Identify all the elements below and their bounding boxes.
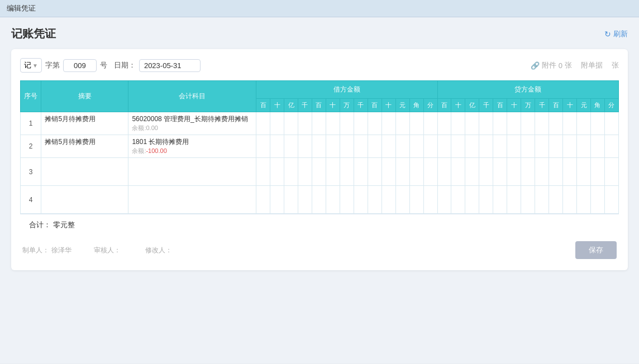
row3-summary[interactable] bbox=[41, 158, 128, 186]
row1-d9[interactable] bbox=[368, 112, 382, 135]
row2-c7[interactable] bbox=[521, 135, 535, 158]
row2-c6[interactable] bbox=[507, 135, 521, 158]
row2-d8[interactable] bbox=[354, 135, 368, 158]
row4-account[interactable] bbox=[128, 186, 256, 214]
hao-label: 号 bbox=[100, 60, 107, 70]
sub-credit-yi: 亿 bbox=[465, 99, 479, 112]
row1-d12[interactable] bbox=[409, 112, 423, 135]
creator-field: 制单人： 徐泽华 bbox=[22, 246, 71, 255]
row1-d11[interactable] bbox=[395, 112, 409, 135]
total-label: 合计： bbox=[29, 221, 51, 229]
row1-d7[interactable] bbox=[340, 112, 354, 135]
sub-credit-bai2: 百 bbox=[549, 99, 563, 112]
date-input[interactable] bbox=[139, 59, 201, 72]
sub-credit-jiao: 角 bbox=[591, 99, 605, 112]
row1-c5[interactable] bbox=[493, 112, 507, 135]
row1-c2[interactable] bbox=[451, 112, 465, 135]
sub-credit-bai: 百 bbox=[437, 99, 451, 112]
sub-credit-yuan: 元 bbox=[577, 99, 591, 112]
row2-d10[interactable] bbox=[382, 135, 395, 158]
sub-credit-fen: 分 bbox=[604, 99, 618, 112]
total-value: 零元整 bbox=[53, 221, 75, 229]
row2-d2[interactable] bbox=[270, 135, 284, 158]
row2-d7[interactable] bbox=[340, 135, 354, 158]
sub-credit-qian2: 千 bbox=[535, 99, 549, 112]
attach-single-label[interactable]: 附单据 bbox=[581, 60, 603, 70]
row2-c1[interactable] bbox=[437, 135, 451, 158]
row2-c2[interactable] bbox=[451, 135, 465, 158]
row1-c6[interactable] bbox=[507, 112, 521, 135]
row1-account-code: 56020008 管理费用_长期待摊费用摊销 bbox=[132, 114, 252, 124]
form-row: 记 ▼ 字第 号 日期： 🔗 附件 0 张 附单据 张 bbox=[20, 58, 619, 73]
sub-credit-shi1: 十 bbox=[507, 99, 521, 112]
table-body: 1 摊销5月待摊费用 56020008 管理费用_长期待摊费用摊销 余额:0.0… bbox=[21, 112, 619, 214]
creator-value: 徐泽华 bbox=[51, 246, 71, 255]
modifier-field: 修改人： bbox=[145, 246, 174, 255]
row2-c9[interactable] bbox=[549, 135, 563, 158]
prefix-select[interactable]: 记 ▼ bbox=[20, 58, 42, 73]
row1-c13[interactable] bbox=[604, 112, 618, 135]
row2-d6[interactable] bbox=[326, 135, 340, 158]
row1-account[interactable]: 56020008 管理费用_长期待摊费用摊销 余额:0.00 bbox=[128, 112, 256, 135]
row2-c3[interactable] bbox=[465, 135, 479, 158]
row4-summary[interactable] bbox=[41, 186, 128, 214]
row1-c4[interactable] bbox=[479, 112, 493, 135]
row2-d4[interactable] bbox=[298, 135, 312, 158]
sub-debit-yuan: 元 bbox=[395, 99, 409, 112]
attach-button[interactable]: 🔗 附件 0 张 bbox=[531, 60, 572, 70]
row1-summary[interactable]: 摊销5月待摊费用 bbox=[41, 112, 128, 135]
row1-c12[interactable] bbox=[591, 112, 605, 135]
row2-account[interactable]: 1801 长期待摊费用 余额:-100.00 bbox=[128, 135, 256, 158]
row1-d3[interactable] bbox=[284, 112, 298, 135]
row1-d1[interactable] bbox=[256, 112, 270, 135]
row1-c7[interactable] bbox=[521, 112, 535, 135]
date-label: 日期： bbox=[114, 60, 136, 70]
save-button[interactable]: 保存 bbox=[575, 241, 617, 259]
voucher-number-input[interactable] bbox=[63, 59, 97, 72]
row2-d12[interactable] bbox=[409, 135, 423, 158]
row1-c3[interactable] bbox=[465, 112, 479, 135]
reviewer-field: 审核人： bbox=[94, 246, 123, 255]
row2-d5[interactable] bbox=[312, 135, 326, 158]
row1-d4[interactable] bbox=[298, 112, 312, 135]
sub-debit-shi2: 十 bbox=[382, 99, 395, 112]
row1-c10[interactable] bbox=[563, 112, 577, 135]
main-content: 记账凭证 ↻ 刷新 记 ▼ 字第 号 日期： 🔗 bbox=[0, 17, 639, 363]
chevron-down-icon: ▼ bbox=[32, 63, 38, 69]
row1-d13[interactable] bbox=[423, 112, 437, 135]
row2-c11[interactable] bbox=[577, 135, 591, 158]
row1-d8[interactable] bbox=[354, 112, 368, 135]
row2-c8[interactable] bbox=[535, 135, 549, 158]
reviewer-label: 审核人： bbox=[94, 246, 121, 255]
row2-c5[interactable] bbox=[493, 135, 507, 158]
row2-account-code: 1801 长期待摊费用 bbox=[132, 137, 252, 147]
sub-debit-fen: 分 bbox=[423, 99, 437, 112]
row2-c10[interactable] bbox=[563, 135, 577, 158]
voucher-table: 序号 摘要 会计科目 借方金额 贷方金额 百 十 亿 千 百 十 万 bbox=[20, 80, 619, 214]
row2-d9[interactable] bbox=[368, 135, 382, 158]
row3-account[interactable] bbox=[128, 158, 256, 186]
row2-c4[interactable] bbox=[479, 135, 493, 158]
row1-d10[interactable] bbox=[382, 112, 395, 135]
row1-c1[interactable] bbox=[437, 112, 451, 135]
row2-d13[interactable] bbox=[423, 135, 437, 158]
sub-debit-bai: 百 bbox=[256, 99, 270, 112]
row1-c8[interactable] bbox=[535, 112, 549, 135]
row2-c12[interactable] bbox=[591, 135, 605, 158]
row1-d5[interactable] bbox=[312, 112, 326, 135]
sub-debit-wan: 万 bbox=[340, 99, 354, 112]
row1-c9[interactable] bbox=[549, 112, 563, 135]
row2-c13[interactable] bbox=[604, 135, 618, 158]
row2-d1[interactable] bbox=[256, 135, 270, 158]
row2-d11[interactable] bbox=[395, 135, 409, 158]
row1-c11[interactable] bbox=[577, 112, 591, 135]
col-seq-header: 序号 bbox=[21, 81, 41, 112]
debit-header: 借方金额 bbox=[256, 81, 437, 99]
row4-seq: 4 bbox=[21, 186, 41, 214]
row1-d2[interactable] bbox=[270, 112, 284, 135]
row2-summary[interactable]: 摊销5月待摊费用 bbox=[41, 135, 128, 158]
refresh-button[interactable]: ↻ 刷新 bbox=[604, 29, 628, 39]
row2-d3[interactable] bbox=[284, 135, 298, 158]
title-bar: 编辑凭证 bbox=[0, 0, 639, 17]
row1-d6[interactable] bbox=[326, 112, 340, 135]
